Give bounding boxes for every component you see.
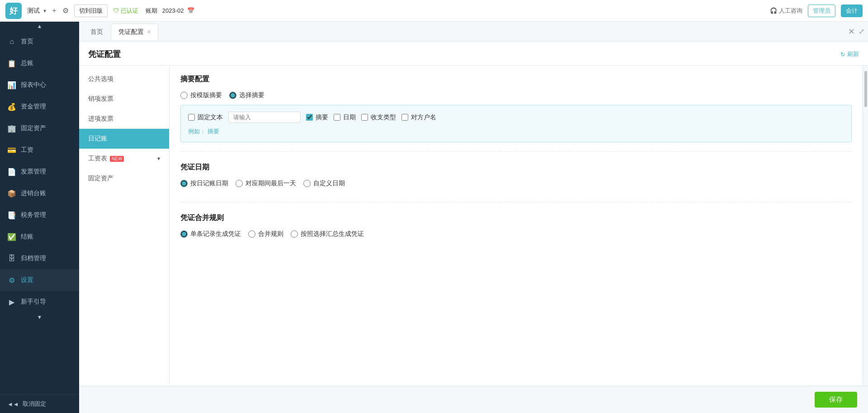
sidebar: ▲ ⌂ 首页 📋 总账 📊 报表中心 💰 资金管理 🏢 固定资产 💳 工资 📄 … xyxy=(0,22,79,413)
sidebar-item-label: 新手引导 xyxy=(21,298,46,306)
checkbox-payment-type-input[interactable] xyxy=(361,114,368,121)
page-content: 凭证配置 ↻ 刷新 公共选项 销项发票 进项发票 xyxy=(79,42,868,413)
inner-layout: 公共选项 销项发票 进项发票 日记账 工资表 NEW ▾ xyxy=(79,66,868,386)
tab-home[interactable]: 首页 xyxy=(83,23,111,40)
voucher-date-section: 凭证日期 按日记账日期 对应期间最后一天 xyxy=(180,163,852,202)
radio-merge-input[interactable] xyxy=(248,230,255,238)
manager-button[interactable]: 管理员 xyxy=(808,5,835,17)
sidebar-item-label: 结账 xyxy=(21,233,33,241)
radio-period-last-label[interactable]: 对应期间最后一天 xyxy=(236,179,296,188)
consult-button[interactable]: 🎧 人工咨询 xyxy=(770,7,802,15)
fixed-text-input[interactable] xyxy=(228,112,301,123)
header-right: 🎧 人工咨询 管理员 会计 xyxy=(770,5,863,17)
gear-icon[interactable]: ⚙ xyxy=(62,6,69,15)
radio-template-label[interactable]: 按模版摘要 xyxy=(180,91,222,99)
radio-merge-text: 合并规则 xyxy=(258,230,283,238)
sidebar-item-ledger[interactable]: 📋 总账 xyxy=(0,52,79,74)
radio-diary-date-text: 按日记账日期 xyxy=(190,179,228,188)
home-icon: ⌂ xyxy=(7,38,16,46)
refresh-button[interactable]: ↻ 刷新 xyxy=(840,50,859,58)
page-header: 凭证配置 ↻ 刷新 xyxy=(79,42,868,66)
sidebar-item-report[interactable]: 📊 报表中心 xyxy=(0,74,79,96)
radio-single-label[interactable]: 单条记录生成凭证 xyxy=(180,230,241,238)
guide-icon: ▶ xyxy=(7,298,16,306)
sidebar-item-fixed-assets[interactable]: 🏢 固定资产 xyxy=(0,117,79,139)
closing-icon: ✅ xyxy=(7,233,16,241)
radio-period-last-input[interactable] xyxy=(236,180,243,187)
radio-merge-label[interactable]: 合并规则 xyxy=(248,230,283,238)
checkbox-counterpart-label[interactable]: 对方户名 xyxy=(401,113,436,122)
sidebar-item-settings[interactable]: ⚙ 设置 xyxy=(0,269,79,291)
sidebar-item-invoice[interactable]: 📄 发票管理 xyxy=(0,161,79,183)
expand-icon[interactable]: ⤢ xyxy=(859,27,864,36)
checkbox-payment-type-label[interactable]: 收支类型 xyxy=(361,113,396,122)
add-icon[interactable]: ＋ xyxy=(51,6,58,15)
save-button[interactable]: 保存 xyxy=(815,392,857,408)
refresh-icon: ↻ xyxy=(840,51,845,58)
sidebar-item-guide[interactable]: ▶ 新手引导 xyxy=(0,291,79,313)
tab-home-label: 首页 xyxy=(90,28,103,36)
sidebar-item-payroll[interactable]: 💳 工资 xyxy=(0,139,79,161)
voucher-merge-row: 单条记录生成凭证 合并规则 按照选择汇总生成凭证 xyxy=(180,230,852,238)
sidebar-item-closing[interactable]: ✅ 结账 xyxy=(0,226,79,248)
sidebar-item-label: 固定资产 xyxy=(21,124,46,132)
radio-selected-summary-input[interactable] xyxy=(291,230,298,238)
new-badge: NEW xyxy=(110,156,124,162)
ledger-icon: 📋 xyxy=(7,59,16,68)
settings-icon: ⚙ xyxy=(7,276,16,285)
radio-selected-summary-label[interactable]: 按照选择汇总生成凭证 xyxy=(291,230,364,238)
top-header: 好 测试 ▾ ＋ ⚙ 切到旧版 🛡 已认证 账期 2023-02 📅 🎧 人工咨… xyxy=(0,0,868,22)
sidebar-scroll-down[interactable]: ▼ xyxy=(0,313,79,322)
sidebar-item-capital[interactable]: 💰 资金管理 xyxy=(0,96,79,117)
example-text: 例如： 摘要 xyxy=(188,127,844,136)
sidebar-item-label: 总账 xyxy=(21,59,33,67)
main-panel: 摘要配置 按模版摘要 选择摘要 xyxy=(170,66,863,386)
checkbox-counterpart-input[interactable] xyxy=(401,114,408,121)
main-layout: ▲ ⌂ 首页 📋 总账 📊 报表中心 💰 资金管理 🏢 固定资产 💳 工资 📄 … xyxy=(0,22,868,413)
radio-diary-date-label[interactable]: 按日记账日期 xyxy=(180,179,228,188)
checkbox-summary-input[interactable] xyxy=(306,114,313,121)
right-scrollbar[interactable] xyxy=(863,66,868,386)
close-all-tabs-icon[interactable]: ✕ xyxy=(848,27,855,37)
sidebar-item-archive[interactable]: 🗄 归档管理 xyxy=(0,248,79,269)
switch-old-version-button[interactable]: 切到旧版 xyxy=(74,5,108,17)
accountant-button[interactable]: 会计 xyxy=(841,5,863,17)
sidebar-scroll-up[interactable]: ▲ xyxy=(0,22,79,31)
radio-select-label[interactable]: 选择摘要 xyxy=(229,91,264,99)
nav-item-public[interactable]: 公共选项 xyxy=(79,69,169,89)
dropdown-icon[interactable]: ▾ xyxy=(43,8,46,14)
capital-icon: 💰 xyxy=(7,103,16,111)
shield-icon: 🛡 xyxy=(113,7,119,14)
checkbox-fixed-text-label[interactable]: 固定文本 xyxy=(188,113,223,122)
sidebar-item-home[interactable]: ⌂ 首页 xyxy=(0,31,79,52)
radio-custom-date-label[interactable]: 自定义日期 xyxy=(303,179,345,188)
radio-single-input[interactable] xyxy=(180,230,188,238)
sidebar-item-label: 资金管理 xyxy=(21,103,46,111)
radio-custom-date-input[interactable] xyxy=(303,180,311,187)
nav-item-payroll-table[interactable]: 工资表 NEW ▾ xyxy=(79,149,169,169)
checkbox-date-label[interactable]: 日期 xyxy=(334,113,356,122)
radio-diary-date-input[interactable] xyxy=(180,180,188,187)
sidebar-item-label: 工资 xyxy=(21,146,33,154)
sidebar-bottom: ◄◄ 取消固定 xyxy=(0,394,79,413)
checkbox-date-input[interactable] xyxy=(334,114,340,121)
checkbox-fixed-text-input[interactable] xyxy=(188,114,195,121)
summary-config-section: 摘要配置 按模版摘要 选择摘要 xyxy=(180,75,852,152)
tab-voucher-config[interactable]: 凭证配置 × xyxy=(111,23,158,40)
nav-item-sales-invoice[interactable]: 销项发票 xyxy=(79,89,169,109)
checkbox-summary-label[interactable]: 摘要 xyxy=(306,113,328,122)
chevron-down-icon: ▾ xyxy=(157,155,160,162)
verified-badge: 🛡 已认证 xyxy=(113,7,138,15)
radio-select-input[interactable] xyxy=(229,92,236,99)
tab-close-icon[interactable]: × xyxy=(147,29,151,35)
nav-item-fixed-assets[interactable]: 固定资产 xyxy=(79,169,169,188)
sidebar-item-label: 首页 xyxy=(21,38,33,46)
radio-template-text: 按模版摘要 xyxy=(190,91,222,99)
sidebar-item-tax[interactable]: 📑 税务管理 xyxy=(0,204,79,226)
summary-radio-row: 按模版摘要 选择摘要 xyxy=(180,91,852,99)
radio-template-input[interactable] xyxy=(180,92,188,99)
nav-item-diary[interactable]: 日记账 xyxy=(79,129,169,149)
nav-item-purchase-invoice[interactable]: 进项发票 xyxy=(79,109,169,129)
sidebar-item-purchase-sales[interactable]: 📦 进销台账 xyxy=(0,183,79,204)
unpin-button[interactable]: ◄◄ 取消固定 xyxy=(0,395,79,413)
